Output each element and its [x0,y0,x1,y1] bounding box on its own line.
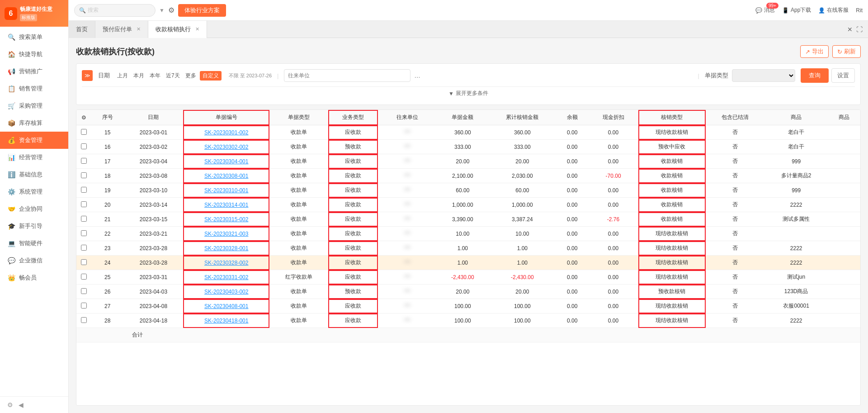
cell-product2 [828,169,860,183]
filter-expand-button[interactable]: ≫ [82,70,93,81]
cell-checkbox[interactable] [76,154,91,169]
tab-close-collection[interactable]: ✕ [195,26,199,32]
this-month-button[interactable]: 本月 [132,71,146,81]
cell-voucher-no[interactable]: SK-20230408-001 [183,299,269,313]
sidebar-item-wechat[interactable]: 💬 企业微信 [0,252,68,269]
cell-no: 15 [91,125,123,140]
cell-voucher-no[interactable]: SK-20230315-002 [183,212,269,227]
cell-voucher-no[interactable]: SK-20230304-001 [183,154,269,169]
refresh-button[interactable]: ↻ 刷新 [832,45,861,58]
cell-voucher-no[interactable]: SK-20230310-001 [183,183,269,198]
cell-voucher-no[interactable]: SK-20230301-002 [183,125,269,140]
sidebar-item-hardware[interactable]: 💻 智能硬件 [0,235,68,252]
th-gear[interactable]: ⚙ [76,110,91,125]
sidebar-item-system[interactable]: ⚙️ 系统管理 [0,183,68,200]
footer-label: 合计 [91,328,183,342]
sidebar-item-member[interactable]: 👑 畅会员 [0,269,68,286]
cell-checkbox[interactable] [76,183,91,198]
voucher-type-select[interactable] [732,69,795,82]
topbar-gear-icon[interactable]: ⚙ [168,6,175,14]
th-amount: 单据金额 [437,110,489,125]
tab-collection[interactable]: 收款核销执行 ✕ [148,21,207,38]
this-year-button[interactable]: 本年 [148,71,162,81]
export-button[interactable]: ↗ 导出 [800,45,829,58]
th-accum-amount: 累计核销金额 [489,110,556,125]
cell-voucher-no[interactable]: SK-20230321-003 [183,227,269,241]
cell-voucher-no[interactable]: SK-20230418-001 [183,313,269,328]
cell-checkbox[interactable] [76,256,91,270]
expand-more-conditions[interactable]: ▼ 展开更多条件 [82,86,855,100]
topbar-dropdown-icon[interactable]: ▼ [159,7,165,14]
cell-biz-type: 应收款 [328,212,378,227]
cell-voucher-no[interactable]: SK-20230308-001 [183,169,269,183]
unit-search-input[interactable] [284,69,410,82]
cell-voucher-no[interactable]: SK-20230328-001 [183,241,269,256]
cell-amount: 20.00 [437,285,489,299]
cell-include-cleared: 否 [706,227,764,241]
cell-unit: *** [378,227,437,241]
tab-bar: 首页 预付应付单 ✕ 收款核销执行 ✕ ✕ ⛶ [69,21,868,38]
cell-unit: *** [378,169,437,183]
cell-checkbox[interactable] [76,270,91,285]
table-wrap[interactable]: ⚙ 序号 日期 单据编号 单据类型 业务类型 往来单位 单据金额 累计核销金额 … [76,110,860,405]
cell-unit: *** [378,154,437,169]
cell-product: 多计量商品2 [764,169,828,183]
custom-date-button[interactable]: 自定义 [200,71,222,81]
cell-voucher-no[interactable]: SK-20230331-002 [183,270,269,285]
cell-amount: 1,000.00 [437,198,489,212]
table-row: 18 2023-03-08 SK-20230308-001 收款单 应收款 **… [76,169,860,183]
tab-home[interactable]: 首页 [69,21,95,38]
cell-voucher-no[interactable]: SK-20230403-002 [183,285,269,299]
th-unit: 往来单位 [378,110,437,125]
phone-icon: 📱 [782,7,789,14]
online-service-button[interactable]: 👤 在线客服 [818,6,849,14]
cell-checkbox[interactable] [76,227,91,241]
sidebar-item-marketing[interactable]: 📢 营销推广 [0,63,68,80]
last-month-button[interactable]: 上月 [115,71,130,81]
sidebar-item-sales[interactable]: 📋 销售管理 [0,80,68,97]
last-7days-button[interactable]: 近7天 [164,71,182,81]
cell-checkbox[interactable] [76,299,91,313]
more-dates-button[interactable]: 更多 [184,71,198,81]
cell-checkbox[interactable] [76,169,91,183]
sidebar-item-search[interactable]: 🔍 搜索菜单 [0,28,68,46]
app-download-button[interactable]: 📱 App下载 [782,6,811,14]
close-tab-icon[interactable]: ✕ [847,26,853,33]
sidebar-item-operations[interactable]: 📊 经营管理 [0,149,68,166]
unit-more-icon[interactable]: ... [414,71,420,80]
sidebar-item-enterprise[interactable]: 🤝 企业协同 [0,200,68,218]
collapse-icon[interactable]: ◀ [19,401,24,408]
sidebar-item-guide[interactable]: 🎓 新手引导 [0,218,68,235]
tab-prepay[interactable]: 预付应付单 ✕ [95,21,148,38]
cell-checkbox[interactable] [76,140,91,154]
cell-checkbox[interactable] [76,241,91,256]
sidebar-item-basic[interactable]: ℹ️ 基础信息 [0,166,68,183]
cell-accum-amount: 1.00 [489,241,556,256]
cell-checkbox[interactable] [76,212,91,227]
chevron-down-icon: ▼ [448,90,454,97]
tab-close-prepay[interactable]: ✕ [137,26,141,32]
cell-voucher-no[interactable]: SK-20230314-001 [183,198,269,212]
cell-no: 26 [91,285,123,299]
sidebar-item-inventory[interactable]: 📦 库存核算 [0,114,68,132]
industry-solution-button[interactable]: 体验行业方案 [178,4,226,17]
cell-write-off-type: 收款核销 [638,183,706,198]
topbar-search-box[interactable]: 🔍 搜索 [74,4,156,17]
cell-checkbox[interactable] [76,285,91,299]
setting-button[interactable]: 设置 [831,68,855,83]
cell-voucher-no[interactable]: SK-20230328-002 [183,256,269,270]
sidebar-item-finance[interactable]: 💰 资金管理 [0,132,68,149]
cell-include-cleared: 否 [706,299,764,313]
cell-checkbox[interactable] [76,125,91,140]
cell-checkbox[interactable] [76,198,91,212]
cell-accum-amount: 3,387.24 [489,212,556,227]
cell-checkbox[interactable] [76,313,91,328]
maximize-tab-icon[interactable]: ⛶ [856,26,863,33]
query-button[interactable]: 查询 [801,68,829,83]
settings-icon[interactable]: ⚙ [7,401,13,408]
sidebar-item-purchase[interactable]: 🛒 采购管理 [0,97,68,114]
cell-voucher-no[interactable]: SK-20230302-002 [183,140,269,154]
messages-button[interactable]: 💬 消息 99+ [755,6,775,14]
export-icon: ↗ [805,48,810,55]
sidebar-item-quick-nav[interactable]: 🏠 快捷导航 [0,46,68,63]
